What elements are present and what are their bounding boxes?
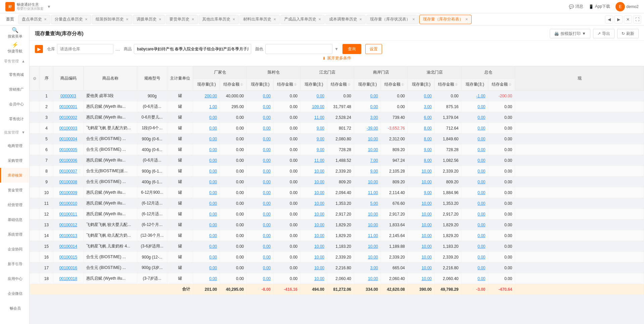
tab-11-close[interactable]: ✕ (465, 17, 468, 21)
print-dropdown-icon: ▼ (582, 31, 586, 36)
footer-label: 合计 (30, 284, 193, 295)
sidebar-item-quicknav[interactable]: ⚡ 快捷导航 (0, 40, 29, 55)
col-wh3-header: 江北门店 (301, 66, 354, 79)
goods-filter: 商品 (124, 44, 251, 54)
tab-home[interactable]: 首页 (3, 15, 17, 24)
tab-10-close[interactable]: ✕ (412, 17, 415, 21)
tab-11[interactable]: 现存量（库存分布表） ✕ (419, 15, 472, 24)
tab-prev-btn[interactable]: ◀ (605, 15, 613, 24)
tab-10[interactable]: 现存量（库存状况表） ✕ (366, 15, 419, 24)
settings-icon[interactable]: ⚙ (33, 76, 37, 81)
sidebar-item-guide[interactable]: 新手引导 (0, 257, 29, 271)
wh2-qty-header: 现存量(主) (247, 79, 274, 91)
table-row: 1700100016合生元 (BIOSTIME) ...900g (3岁...罐… (30, 263, 644, 273)
export-btn[interactable]: ↗ 导出 (593, 29, 614, 38)
filter-row: ▶ 仓库 ... 商品 颜色 ▼ 查询 设置 (35, 44, 639, 54)
color-dropdown-icon[interactable]: ▼ (334, 47, 338, 51)
warehouse-input[interactable] (57, 44, 113, 54)
sidebar-item-retailstats[interactable]: 零售统计 (0, 111, 29, 126)
tab-3-close[interactable]: ✕ (126, 17, 128, 21)
tab-1[interactable]: 盘点单历史 ✕ (18, 15, 50, 24)
dropdown-icon[interactable]: ▼ (47, 4, 51, 9)
sidebar-item-enterprise[interactable]: 企业协同 (0, 242, 29, 257)
sidebar-item-inventory[interactable]: 库存核算 (0, 168, 29, 183)
tab-expand-btn[interactable]: ⛶ (633, 15, 641, 24)
sidebar-item-appcenter[interactable]: 应用中心 (0, 271, 29, 286)
expand-conditions-btn[interactable]: ⬇ 展开更多条件 (35, 54, 639, 62)
tab-2[interactable]: 分量盘点单历史 ✕ (51, 15, 91, 24)
refresh-btn[interactable]: ↻ 刷新 (617, 29, 639, 38)
wh1-amt-header: 结存金额① (220, 79, 247, 91)
col-wh2-header: 陈村仓 (247, 66, 301, 79)
footer-w4-qty: 334.00 (354, 284, 381, 295)
tab-5-close[interactable]: ✕ (192, 17, 194, 21)
sidebar-item-wechat[interactable]: 企业微信 (0, 286, 29, 301)
tab-8-close[interactable]: ✕ (318, 17, 321, 21)
tab-next-btn[interactable]: ▶ (614, 15, 623, 24)
sidebar-item-finance[interactable]: 资金管理 (0, 183, 29, 197)
col-name-header: 商品名称 (84, 66, 137, 91)
sidebar-item-ecommerce[interactable]: 电商管理 (0, 138, 29, 153)
footer-total-qty: -3.00 (462, 284, 488, 295)
tab-3[interactable]: 组装拆卸单历史 ✕ (92, 15, 132, 24)
wh3-amt-info[interactable]: ① (347, 83, 351, 86)
total-amt-info[interactable]: ① (508, 83, 512, 86)
tab-6-close[interactable]: ✕ (232, 17, 235, 21)
sidebar-item-purchase[interactable]: 采购管理 (0, 153, 29, 168)
print-btn[interactable]: 🖨️ 按模版打印 ▼ (550, 29, 590, 38)
sidebar-item-sysmanage[interactable]: 系统管理 (0, 227, 29, 242)
footer-w5-qty: 390.00 (408, 284, 435, 295)
footer-w4-amt: 42,620.08 (381, 284, 408, 295)
tab-4[interactable]: 调拨单历史 ✕ (133, 15, 165, 24)
tab-8[interactable]: 产成品入库单历史 ✕ (280, 15, 325, 24)
table-row: 1600100015合生元 (BIOSTIME) ...900g (12-...… (30, 252, 644, 263)
sidebar-item-marketing[interactable]: 营销推广 (0, 82, 29, 97)
table-scroll[interactable]: ⚙ 序 商品编码 商品名称 规格型号 主计量单位 厂家仓 陈村仓 江北门店 南岸… (30, 66, 644, 324)
color-filter: 颜色 ▼ (255, 44, 338, 54)
tab-6[interactable]: 其他出库单历史 ✕ (199, 15, 239, 24)
table-row: 1200100011惠氏启赋 (Wyeth illu...(6-12月适...罐… (30, 209, 644, 220)
phone-icon: 📱 (589, 4, 594, 9)
table-row: 500100004合生元 (BIOSTIME) ...900g (0-6...罐… (30, 134, 644, 144)
tab-7[interactable]: 材料出库单历史 ✕ (239, 15, 280, 24)
tab-9[interactable]: 成本调整单历史 ✕ (325, 15, 366, 24)
wh5-qty-header: 现存量(主) (408, 79, 435, 91)
filter-toggle-btn[interactable]: ▶ (35, 45, 43, 53)
tab-9-close[interactable]: ✕ (359, 17, 362, 21)
message-btn[interactable]: 💬 消息 (569, 4, 583, 9)
col-code-header: 商品编码 (53, 66, 84, 91)
wh2-amt-info[interactable]: ① (294, 83, 297, 86)
tab-close-all-btn[interactable]: ✕ (624, 15, 632, 24)
wh5-amt-header: 结存金额① (435, 79, 462, 91)
tab-5[interactable]: 要货单历史 ✕ (166, 15, 198, 24)
wh4-amt-info[interactable]: ① (401, 83, 404, 86)
col-total-header: 总仓 (462, 66, 515, 79)
wh5-amt-info[interactable]: ① (455, 83, 458, 86)
sidebar-item-search[interactable]: 🔍 搜索英单 (0, 26, 29, 40)
sidebar-item-bizmanage[interactable]: 经营管理 (0, 197, 29, 212)
tab-7-close[interactable]: ✕ (273, 17, 276, 21)
footer-w3-qty: 494.00 (301, 284, 327, 295)
setting-btn[interactable]: 设置 (365, 44, 382, 54)
goods-input[interactable] (134, 44, 251, 54)
filter-area: ▶ 仓库 ... 商品 颜色 ▼ 查询 设置 ⬇ (30, 41, 644, 66)
color-input[interactable] (265, 44, 332, 54)
tab-1-close[interactable]: ✕ (44, 17, 47, 21)
page-actions: 🖨️ 按模版打印 ▼ ↗ 导出 ↻ 刷新 (550, 29, 639, 38)
data-table: ⚙ 序 商品编码 商品名称 规格型号 主计量单位 厂家仓 陈村仓 江北门店 南岸… (30, 66, 644, 295)
wh1-amt-info[interactable]: ① (240, 83, 243, 86)
sidebar-wholesale-header[interactable]: 批发管理 ▼ (0, 126, 29, 138)
sidebar-retail-header[interactable]: 零售管理 ▲ (0, 55, 29, 67)
warehouse-dots[interactable]: ... (115, 46, 120, 52)
user-area[interactable]: E demo2 (615, 2, 639, 11)
footer-w3-amt: 81,272.06 (327, 284, 354, 295)
app-download-btn[interactable]: 📱 App下载 (589, 4, 610, 9)
sidebar-item-member[interactable]: 畅会员 (0, 301, 29, 316)
sidebar-item-members[interactable]: 会员中心 (0, 97, 29, 111)
tab-2-close[interactable]: ✕ (85, 17, 88, 21)
tab-4-close[interactable]: ✕ (159, 17, 161, 21)
sidebar-item-basicinfo[interactable]: 基础信息 (0, 212, 29, 227)
sidebar-item-retailshop[interactable]: 零售商城 (0, 67, 29, 82)
search-btn[interactable]: 查询 (342, 44, 361, 54)
total-qty-header: 现存量(主) (462, 79, 488, 91)
